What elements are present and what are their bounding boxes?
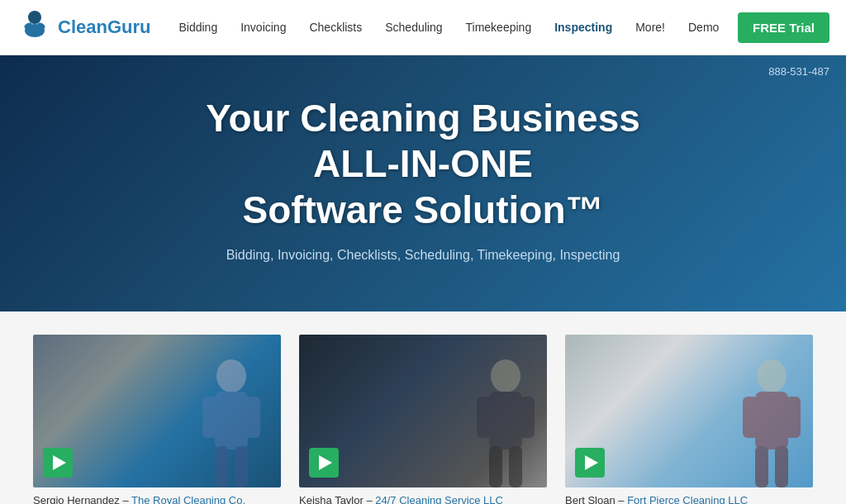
video-caption-3: Bert Sloan – Fort Pierce Cleaning LLC xyxy=(565,494,813,504)
svg-point-0 xyxy=(28,11,41,24)
person-silhouette-3 xyxy=(739,355,805,487)
nav-scheduling[interactable]: Scheduling xyxy=(373,0,454,55)
svg-rect-13 xyxy=(520,397,535,438)
play-button-1[interactable] xyxy=(43,448,73,478)
nav-inspecting[interactable]: Inspecting xyxy=(543,0,624,55)
hero-section: 888-531-487 Your Cleaning Business ALL-I… xyxy=(0,55,846,311)
video-card-2[interactable]: Keisha Taylor – 24/7 Cleaning Service LL… xyxy=(299,335,547,504)
video-company-link-2[interactable]: 24/7 Cleaning Service LLC xyxy=(375,494,503,504)
svg-rect-19 xyxy=(786,397,801,438)
logo-icon xyxy=(17,9,53,45)
person-silhouette-2 xyxy=(473,355,539,487)
video-thumb-3[interactable] xyxy=(565,335,813,487)
svg-rect-5 xyxy=(215,392,248,449)
svg-rect-21 xyxy=(775,446,788,487)
svg-point-16 xyxy=(757,359,787,392)
person-silhouette-1 xyxy=(198,355,264,487)
svg-rect-17 xyxy=(755,392,788,449)
svg-rect-9 xyxy=(235,446,248,487)
video-card-1[interactable]: Sergio Hernandez – The Royal Cleaning Co… xyxy=(33,335,281,504)
hero-title: Your Cleaning Business ALL-IN-ONE Softwa… xyxy=(206,96,640,233)
play-triangle-2 xyxy=(319,455,332,470)
play-button-2[interactable] xyxy=(309,448,339,478)
nav-timekeeping[interactable]: Timekeeping xyxy=(454,0,544,55)
nav-demo[interactable]: Demo xyxy=(677,0,730,55)
navbar: CleanGuru Bidding Invoicing Checklists S… xyxy=(0,0,846,55)
nav-bidding[interactable]: Bidding xyxy=(167,0,229,55)
nav-links: Bidding Invoicing Checklists Scheduling … xyxy=(167,0,737,55)
svg-rect-7 xyxy=(245,397,260,438)
logo-text: CleanGuru xyxy=(58,17,150,38)
svg-point-10 xyxy=(491,359,520,392)
svg-rect-14 xyxy=(489,446,502,487)
logo[interactable]: CleanGuru xyxy=(17,9,150,45)
videos-section: Sergio Hernandez – The Royal Cleaning Co… xyxy=(0,311,846,504)
svg-point-4 xyxy=(216,359,246,392)
hero-subtitle: Bidding, Invoicing, Checklists, Scheduli… xyxy=(226,248,620,263)
free-trial-button[interactable]: FREE Trial xyxy=(738,12,829,43)
svg-rect-18 xyxy=(743,397,758,438)
nav-checklists[interactable]: Checklists xyxy=(297,0,373,55)
svg-rect-6 xyxy=(202,397,217,438)
video-company-link-3[interactable]: Fort Pierce Cleaning LLC xyxy=(627,494,748,504)
play-triangle-1 xyxy=(53,455,66,470)
video-company-link-1[interactable]: The Royal Cleaning Co. xyxy=(131,494,245,504)
nav-more[interactable]: More! xyxy=(624,0,677,55)
hero-phone: 888-531-487 xyxy=(768,65,829,78)
svg-rect-11 xyxy=(489,392,522,449)
play-button-3[interactable] xyxy=(575,448,605,478)
nav-invoicing[interactable]: Invoicing xyxy=(229,0,297,55)
video-thumb-2[interactable] xyxy=(299,335,547,487)
svg-rect-20 xyxy=(755,446,768,487)
video-thumb-1[interactable] xyxy=(33,335,281,487)
svg-rect-8 xyxy=(215,446,228,487)
nav-right: FREE Trial xyxy=(738,12,829,43)
svg-rect-15 xyxy=(509,446,522,487)
video-card-3[interactable]: Bert Sloan – Fort Pierce Cleaning LLC xyxy=(565,335,813,504)
video-caption-2: Keisha Taylor – 24/7 Cleaning Service LL… xyxy=(299,494,547,504)
play-triangle-3 xyxy=(585,455,598,470)
svg-rect-12 xyxy=(477,397,492,438)
video-caption-1: Sergio Hernandez – The Royal Cleaning Co… xyxy=(33,494,281,504)
